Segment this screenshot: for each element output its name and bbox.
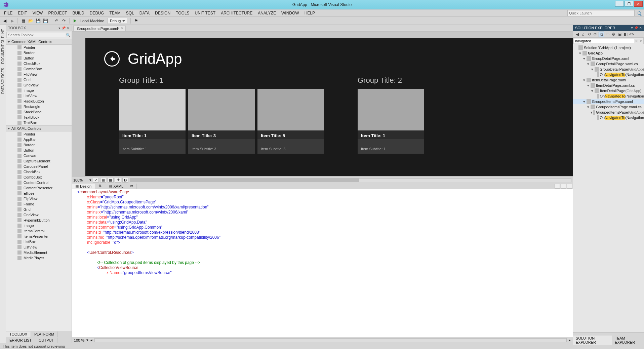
tab-solution-explorer[interactable]: SOLUTION EXPLORER xyxy=(573,336,612,345)
sol-cs-file[interactable]: ▾GroupedItemsPage.xaml.cs xyxy=(573,104,644,110)
sol-code-icon[interactable]: <> xyxy=(629,32,634,37)
menu-file[interactable]: FILE xyxy=(1,10,15,16)
undo-icon[interactable]: ↶ xyxy=(53,17,60,24)
tab-xaml[interactable]: ▤ XAML xyxy=(105,184,127,189)
toolbox-item[interactable]: Pointer xyxy=(6,131,72,137)
sol-class[interactable]: ▾GroupedItemsPage (GridApp) xyxy=(573,110,644,115)
menu-team[interactable]: TEAM xyxy=(107,10,123,16)
redo-icon[interactable]: ↷ xyxy=(61,17,67,24)
toolbox-item[interactable]: GridView xyxy=(6,82,72,88)
run-target-label[interactable]: Local Machine xyxy=(79,19,106,23)
toolbox-item[interactable]: Button xyxy=(6,148,72,153)
tab-toolbox[interactable]: TOOLBOX xyxy=(6,332,31,337)
sol-showall-icon[interactable]: ▭ xyxy=(605,32,610,37)
grid-item[interactable]: Item Title: 1Item Subtitle: 1 xyxy=(358,89,424,154)
nav-back-icon[interactable]: ◀ xyxy=(1,17,8,24)
tab-design[interactable]: ▦ Design xyxy=(72,184,95,189)
menu-design[interactable]: DESIGN xyxy=(152,10,173,16)
toolbox-item[interactable]: Rectangle xyxy=(6,104,72,109)
search-icon[interactable]: 🔍 xyxy=(66,33,71,37)
toolbox-dropdown-icon[interactable]: ▾ xyxy=(58,26,60,30)
sol-preview-icon[interactable]: ▣ xyxy=(617,32,622,37)
sol-xaml-file[interactable]: ▾GroupedItemsPage.xaml xyxy=(573,99,644,104)
solution-search-input[interactable] xyxy=(574,39,634,43)
toolbox-item[interactable]: MediaPlayer xyxy=(6,255,72,261)
toolbox-item[interactable]: Button xyxy=(6,55,72,61)
toolbox-item[interactable]: AppBar xyxy=(6,137,72,142)
doc-tab-close-icon[interactable]: ✕ xyxy=(121,27,123,30)
doc-tab-grouped-items[interactable]: GroupedItemsPage.xaml * ✕ xyxy=(73,26,126,31)
tab-error-list[interactable]: ERROR LIST xyxy=(6,338,35,343)
sol-cs-file[interactable]: ▾GroupDetailPage.xaml.cs xyxy=(573,61,644,67)
toolbox-item[interactable]: Image xyxy=(6,223,72,228)
toolbox-item[interactable]: ListView xyxy=(6,93,72,99)
sol-home-icon[interactable]: ⌂ xyxy=(580,32,586,37)
start-debug-button[interactable] xyxy=(72,17,78,24)
sol-refresh-icon[interactable]: ⟳ xyxy=(593,32,598,37)
toggle-icon[interactable]: ◐ xyxy=(122,178,128,183)
toolbox-item[interactable]: CaptureElement xyxy=(6,158,72,164)
sol-class[interactable]: ▾GroupDetailPage (GridApp) xyxy=(573,67,644,72)
split-collapse-icon[interactable] xyxy=(567,184,572,189)
close-button[interactable]: ✕ xyxy=(634,1,643,7)
menu-project[interactable]: PROJECT xyxy=(45,10,70,16)
split-horz-icon[interactable] xyxy=(561,184,566,189)
sol-xaml-file[interactable]: ▾ItemDetailPage.xaml xyxy=(573,77,644,83)
toolbox-item[interactable]: Grid xyxy=(6,77,72,82)
tab-swap[interactable]: ⇅ xyxy=(95,184,105,189)
menu-debug[interactable]: DEBUG xyxy=(87,10,107,16)
designer-hscroll[interactable] xyxy=(130,178,571,182)
solution-search-clear-icon[interactable]: ✕ xyxy=(634,39,639,43)
sol-sync-icon[interactable]: ⟲ xyxy=(587,32,592,37)
menu-build[interactable]: BUILD xyxy=(70,10,87,16)
menu-architecture[interactable]: ARCHITECTURE xyxy=(218,10,255,16)
toolbox-item[interactable]: Border xyxy=(6,50,72,55)
toolbox-item[interactable]: ContentPresenter xyxy=(6,185,72,191)
menu-edit[interactable]: EDIT xyxy=(15,10,30,16)
grid-4-icon[interactable]: ▦ xyxy=(108,178,114,183)
sol-method[interactable]: OnNavigatedTo(Navigation xyxy=(573,72,644,77)
fit-icon[interactable]: ⤢ xyxy=(93,178,99,183)
toolbox-item[interactable]: Canvas xyxy=(6,153,72,158)
zoom-dropdown-icon[interactable]: ▾ xyxy=(89,178,91,182)
tab-team-explorer[interactable]: TEAM EXPLORER xyxy=(612,336,644,345)
menu-sql[interactable]: SQL xyxy=(123,10,137,16)
toolbox-item[interactable]: Ellipse xyxy=(6,191,72,196)
code-zoom[interactable]: 100 % xyxy=(74,338,84,342)
code-nav-right-icon[interactable]: ▸ xyxy=(569,338,571,342)
toolbox-item[interactable]: TextBlock xyxy=(6,115,72,120)
nav-fwd-icon[interactable]: ▶ xyxy=(9,17,15,24)
sol-properties-icon[interactable]: ⚙ xyxy=(611,32,616,37)
toolbox-group-header[interactable]: Common XAML Controls xyxy=(6,39,72,45)
toolbox-item[interactable]: RadioButton xyxy=(6,99,72,104)
toolbox-search-input[interactable] xyxy=(7,33,66,37)
sol-project[interactable]: ▾GridApp xyxy=(573,50,644,56)
sol-method[interactable]: OnNavigatedTo(Navigation xyxy=(573,93,644,99)
tab-popout[interactable]: ⧉ xyxy=(127,184,137,189)
toolbox-item[interactable]: FlipView xyxy=(6,72,72,77)
grid-item[interactable]: Item Title: 5Item Subtitle: 5 xyxy=(257,89,324,154)
menu-tools[interactable]: TOOLS xyxy=(173,10,192,16)
quick-launch-box[interactable] xyxy=(567,10,635,16)
tab-output[interactable]: OUTPUT xyxy=(35,338,57,343)
xaml-designer-surface[interactable]: GridApp Group Title: 1Item Title: 1Item … xyxy=(72,32,573,183)
menu-analyze[interactable]: ANALYZE xyxy=(255,10,279,16)
toolbox-item[interactable]: Pointer xyxy=(6,45,72,50)
toolbox-item[interactable]: Image xyxy=(6,88,72,93)
toolbox-item[interactable]: Border xyxy=(6,142,72,148)
toolbox-pin-icon[interactable]: 📌 xyxy=(62,26,66,30)
configuration-dropdown[interactable]: Debug xyxy=(108,18,127,24)
menu-help[interactable]: HELP xyxy=(302,10,318,16)
open-icon[interactable]: 📂 xyxy=(27,17,34,24)
menu-view[interactable]: VIEW xyxy=(30,10,46,16)
sol-solution[interactable]: Solution 'GridApp' (1 project) xyxy=(573,45,644,50)
toolbox-group-header[interactable]: All XAML Controls xyxy=(6,125,72,131)
sol-xaml-file[interactable]: ▾GroupDetailPage.xaml xyxy=(573,56,644,61)
toolbox-item[interactable]: Grid xyxy=(6,207,72,212)
toolbox-item[interactable]: ItemsPresenter xyxy=(6,234,72,239)
sol-pin-icon[interactable]: 📌 xyxy=(634,26,638,30)
toolbox-item[interactable]: CarouselPanel xyxy=(6,164,72,169)
toolbox-item[interactable]: Frame xyxy=(6,201,72,207)
grid-3-icon[interactable]: ▦ xyxy=(100,178,106,183)
toolbox-item[interactable]: CheckBox xyxy=(6,61,72,66)
